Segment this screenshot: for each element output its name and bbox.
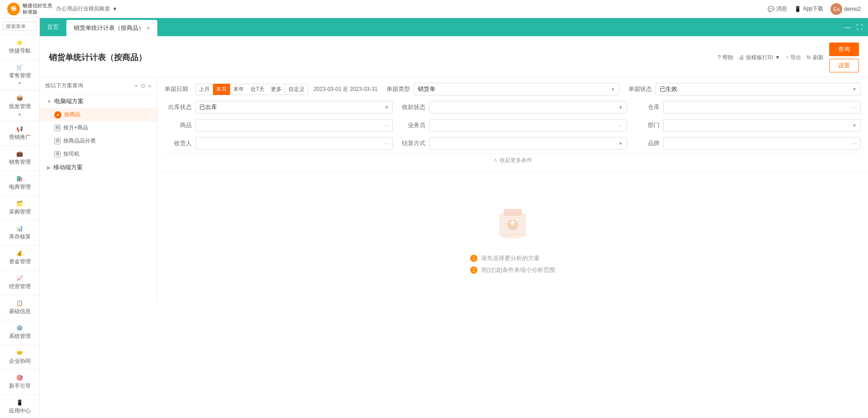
left-panel-header: 按以下方案查询 + ⊙ « (40, 77, 157, 95)
collapse-panel-btn[interactable]: « (148, 82, 151, 89)
sidebar-item-system[interactable]: ⚙️ 系统管理 (0, 320, 39, 345)
basic-icon: 📋 (16, 300, 23, 306)
sidebar-item-finance[interactable]: 💰 资金管理 (0, 246, 39, 271)
tab-close-icon[interactable]: × (147, 25, 150, 31)
date-custom-btn[interactable]: 自定义 (285, 84, 308, 95)
brand-input[interactable]: ··· (663, 137, 861, 150)
collect-status-input[interactable]: ▼ (429, 101, 627, 114)
doc-status-input[interactable]: 已生效 ▼ (656, 83, 861, 95)
left-panel-title: 按以下方案查询 (45, 82, 83, 90)
brand-dots-icon: ··· (852, 140, 857, 147)
recipient-input[interactable]: ··· (195, 137, 393, 150)
help-btn[interactable]: ? 帮助 (717, 54, 733, 62)
tree-item-by-driver[interactable]: 按 按司机 (40, 147, 157, 161)
right-content: 单据日期 上月 本月 本年 近7天 更多 自定义 (157, 77, 868, 301)
page-title: 销货单统计计表（按商品） (49, 52, 146, 63)
goods-input[interactable]: ··· (195, 119, 393, 132)
tree-desktop-section[interactable]: ▼ 电脑端方案 (40, 95, 157, 108)
empty-steps: 1 请先选择要分析的方案 2 用[过滤]条件来缩小分析范围 (470, 254, 555, 274)
doc-type-label: 单据类型 (383, 85, 410, 93)
date-this-month-btn[interactable]: 本月 (213, 84, 230, 95)
sidebar-item-marketing[interactable]: 📢 营销推广 (0, 121, 39, 146)
sidebar-item-sales[interactable]: 💼 销售管理 (0, 146, 39, 171)
salesperson-label: 业务员 (398, 121, 425, 129)
add-scheme-btn[interactable]: + (134, 82, 138, 89)
date-filter: 单据日期 上月 本月 本年 近7天 更多 自定义 (165, 84, 377, 95)
expand-icon: ▼ (18, 81, 22, 86)
goods-filter: 商品 ··· (165, 119, 393, 132)
user-menu[interactable]: Ea demo2 (830, 3, 861, 15)
brand-filter: 品牌 ··· (632, 137, 861, 150)
message-btn[interactable]: 💬 消息 (768, 5, 787, 13)
warehouse-label: 仓库 (632, 103, 660, 111)
date-more-btn[interactable]: 更多 (268, 84, 285, 95)
settle-input[interactable]: ▼ (429, 137, 627, 150)
date-this-year-btn[interactable]: 本年 (230, 84, 247, 95)
quicknav-icon: ⭐ (16, 39, 23, 46)
print-btn[interactable]: 🖨 按模板打印 ▼ (739, 54, 780, 62)
sidebar-item-basic[interactable]: 📋 基础信息 (0, 295, 39, 320)
tab-minimize-btn[interactable]: — (843, 22, 853, 33)
sidebar-item-cooperation[interactable]: 🤝 企业协同 (0, 345, 39, 370)
sidebar-item-purchase[interactable]: 🗂️ 采购管理 (0, 196, 39, 221)
doc-type-input[interactable]: 销货单 ▼ (414, 83, 619, 95)
salesperson-filter: 业务员 ··· (398, 119, 627, 132)
query-button[interactable]: 查询 (829, 43, 859, 56)
date-range-display: 2023-03-01 至 2023-03-31 (314, 86, 377, 93)
tab-home[interactable]: 首页 (40, 18, 66, 36)
sidebar-item-wholesale[interactable]: 📦 批发管理 ▲ (0, 90, 39, 121)
tree-item-by-goods[interactable]: ● 按商品 (40, 108, 157, 121)
date-prev-month-btn[interactable]: 上月 (195, 84, 213, 95)
step-num-1: 1 (470, 255, 477, 262)
left-panel: 按以下方案查询 + ⊙ « ▼ 电脑端方案 (40, 77, 157, 301)
settings-button[interactable]: 设置 (829, 59, 859, 72)
sidebar-item-guide[interactable]: 🎯 新手引导 (0, 370, 39, 395)
sidebar-item-appcenter[interactable]: 📱 应用中心 (0, 395, 39, 418)
system-icon: ⚙️ (16, 325, 23, 331)
collapse-conditions-btn[interactable]: ∧ 收起更多条件 (165, 153, 861, 167)
industry-selector[interactable]: 办公用品行业模拟账套 ▼ (56, 5, 118, 13)
message-icon: 💬 (768, 6, 774, 12)
tree-item-sq-icon: 按 (54, 125, 61, 131)
app-download-btn[interactable]: 📱 App下载 (794, 5, 823, 13)
sidebar-item-retail[interactable]: 🛒 零售管理 ▼ (0, 60, 39, 90)
top-bar-right: 💬 消息 📱 App下载 Ea demo2 (768, 3, 861, 15)
sidebar-item-inventory[interactable]: 📊 库存核算 (0, 221, 39, 246)
main-split: 按以下方案查询 + ⊙ « ▼ 电脑端方案 (40, 77, 868, 301)
export-btn[interactable]: ↑ 导出 (786, 54, 801, 62)
doc-type-value: 销货单 (418, 85, 435, 93)
out-status-filter: 出库状态 已出库 ▼ (165, 101, 393, 114)
tab-active[interactable]: 销货单统计计表（按商品） × (66, 20, 157, 36)
sidebar-item-quicknav[interactable]: ⭐ 快捷导航 (0, 35, 39, 60)
tree-item-by-category[interactable]: 按 按商品品分类 (40, 134, 157, 147)
tab-maximize-btn[interactable]: ⛶ (854, 22, 864, 33)
collect-status-dropdown-icon: ▼ (618, 105, 623, 110)
expand-icon: ▲ (18, 112, 22, 116)
avatar: Ea (830, 3, 842, 15)
salesperson-input[interactable]: ··· (429, 119, 627, 132)
warehouse-input[interactable]: ··· (663, 101, 861, 114)
refresh-icon: ↻ (807, 54, 811, 61)
refresh-btn[interactable]: ↻ 刷新 (807, 54, 824, 62)
sidebar-item-ecommerce[interactable]: 🛍️ 电商管理 (0, 171, 39, 196)
retail-icon: 🛒 (16, 64, 23, 71)
date-btn-group: 上月 本月 本年 近7天 更多 自定义 (195, 84, 308, 95)
sidebar-item-management[interactable]: 📈 经营管理 (0, 271, 39, 295)
btn-group: 查询 设置 (829, 43, 859, 72)
doc-status-filter: 单据状态 已生效 ▼ (625, 83, 861, 95)
svg-rect-1 (504, 209, 522, 216)
dept-input[interactable]: ▼ (663, 119, 861, 132)
out-status-dropdown-icon: ▼ (384, 105, 389, 110)
tree-mobile-section[interactable]: ▶ 移动端方案 (40, 161, 157, 174)
search-input[interactable] (3, 22, 37, 31)
out-status-input[interactable]: 已出库 ▼ (195, 101, 393, 114)
tree-item-sq-icon3: 按 (54, 151, 61, 157)
sidebar-search-area (0, 18, 39, 35)
filter-section: 单据日期 上月 本月 本年 近7天 更多 自定义 (157, 77, 868, 173)
warehouse-dots-icon: ··· (852, 104, 857, 110)
logo-text: 畅捷信好生意 标准版 (23, 3, 52, 14)
step-num-2: 2 (470, 266, 477, 274)
date-7days-btn[interactable]: 近7天 (247, 84, 268, 95)
scheme-settings-btn[interactable]: ⊙ (141, 82, 146, 89)
tree-item-by-month-goods[interactable]: 按 按月+商品 (40, 121, 157, 134)
